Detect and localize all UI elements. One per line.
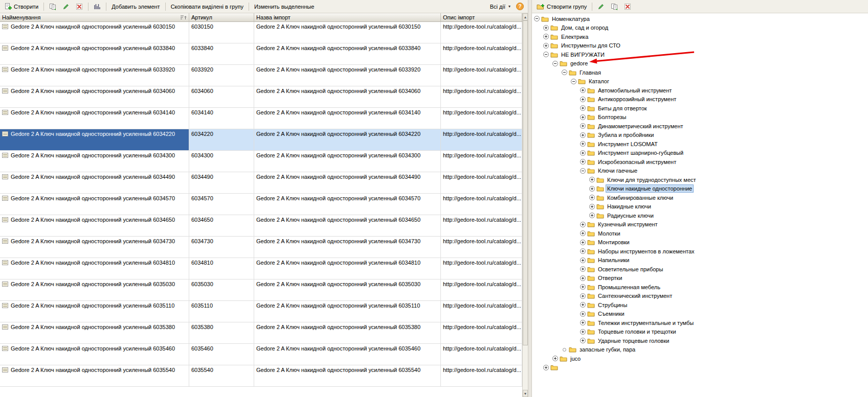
column-header-name[interactable]: Найменування (0, 13, 189, 21)
tree-item[interactable]: Зубила и пробойники (532, 131, 868, 140)
tree-item[interactable]: Наборы инструментов в ложементах (532, 247, 868, 256)
edit-group-button[interactable] (595, 2, 607, 11)
tree-item[interactable]: Струбцины (532, 300, 868, 310)
tree-expander-icon[interactable] (580, 132, 586, 138)
table-row[interactable]: Gedore 2 A Ключ накидной односторонний у… (0, 215, 522, 237)
tree-expander-icon[interactable] (580, 168, 586, 174)
tree-item[interactable]: Сантехнический инструмент (532, 292, 868, 301)
tree-expander-icon[interactable] (543, 25, 549, 31)
create-group-button[interactable]: Створити групу (534, 2, 589, 11)
tree-expander-icon[interactable] (580, 329, 586, 335)
delete-button[interactable] (73, 2, 85, 11)
tree-expander-icon[interactable] (580, 87, 586, 93)
tree-item[interactable]: Главная (532, 68, 868, 77)
scroll-down-button[interactable]: ▼ (523, 390, 528, 397)
tree-item[interactable]: Биты для отверток (532, 104, 868, 113)
tree-expander-icon[interactable] (580, 266, 586, 272)
tree-item[interactable]: Искробезопасный инструмент (532, 157, 868, 167)
tree-expander-icon[interactable] (543, 365, 549, 370)
all-actions-button[interactable]: Всі дії ▾ (487, 3, 513, 11)
tree-expander-icon[interactable] (589, 204, 595, 209)
scrollbar-track[interactable] (523, 20, 528, 390)
tree-item[interactable] (532, 363, 868, 372)
tree-expander-icon[interactable] (589, 213, 595, 218)
tree-item[interactable]: Ударные торцевые головки (532, 336, 868, 345)
scroll-up-button[interactable]: ▲ (523, 13, 528, 20)
table-row[interactable]: Gedore 2 A Ключ накидной односторонний у… (0, 43, 522, 65)
tree-expander-icon[interactable] (589, 186, 595, 192)
tree-item[interactable]: Монтировки (532, 238, 868, 247)
delete-group-button[interactable] (621, 2, 634, 11)
tree-expander-icon[interactable] (580, 230, 586, 236)
tree-item[interactable]: Молотки (532, 229, 868, 238)
tree-expander-icon[interactable] (589, 177, 595, 182)
copy-button[interactable] (47, 2, 59, 11)
tree-item[interactable]: Съемники (532, 310, 868, 319)
tree-item[interactable]: Каталог (532, 77, 868, 86)
table-row[interactable]: Gedore 2 A Ключ накидной односторонний у… (0, 172, 522, 194)
tree-expander-icon[interactable] (571, 79, 576, 84)
tree-expander-icon[interactable] (580, 302, 586, 308)
tree-expander-icon[interactable] (580, 293, 586, 299)
tree-expander-icon[interactable] (580, 240, 586, 245)
tree-item[interactable]: Динамометрический инструмент (532, 122, 868, 131)
table-row[interactable]: Gedore 2 A Ключ накидной односторонний у… (0, 194, 522, 215)
tree-expander-icon[interactable] (580, 105, 586, 111)
table-row[interactable]: Gedore 2 A Ключ накидной односторонний у… (0, 129, 522, 151)
set-interval-button[interactable] (91, 2, 103, 11)
tree-expander-icon[interactable] (543, 34, 549, 39)
table-row[interactable]: Gedore 2 A Ключ накидной односторонний у… (0, 65, 522, 86)
tree-item[interactable]: запасные губки, пара (532, 345, 868, 355)
table-row[interactable]: Gedore 2 A Ключ накидной односторонний у… (0, 108, 522, 129)
tree-expander-icon[interactable] (580, 141, 586, 147)
edit-button[interactable] (60, 2, 72, 11)
add-element-button[interactable]: Добавить элемент (109, 3, 162, 11)
tree-item[interactable]: gedore (532, 59, 868, 68)
tree-expander-icon[interactable] (563, 348, 566, 352)
tree-item[interactable]: juco (532, 354, 868, 363)
tree-item[interactable]: Комбинированные ключи (532, 193, 868, 202)
tree-expander-icon[interactable] (580, 97, 586, 102)
tree-expander-icon[interactable] (580, 222, 586, 227)
tree-expander-icon[interactable] (552, 356, 558, 361)
tree-item[interactable]: Болторезы (532, 113, 868, 122)
tree-expander-icon[interactable] (580, 320, 586, 325)
tree-expander-icon[interactable] (589, 195, 595, 200)
create-button[interactable]: Створити (2, 2, 41, 11)
tree-expander-icon[interactable] (580, 275, 586, 281)
table-row[interactable]: Gedore 2 A Ключ накидной односторонний у… (0, 279, 522, 301)
tree-expander-icon[interactable] (543, 52, 549, 57)
table-row[interactable]: Gedore 2 A Ключ накидной односторонний у… (0, 86, 522, 108)
tree-item[interactable]: Напильники (532, 256, 868, 265)
tree-expander-icon[interactable] (543, 43, 549, 49)
table-row[interactable]: Gedore 2 A Ключ накидной односторонний у… (0, 365, 522, 387)
tree-item[interactable]: Ключи для труднодоступных мест (532, 175, 868, 184)
tree-item[interactable]: Торцевые головки и трещотки (532, 328, 868, 337)
tree-item[interactable]: Автомобильный инструмент (532, 86, 868, 95)
tree-item[interactable]: Антикоррозийный инструмент (532, 95, 868, 104)
copy-selected-to-group-button[interactable]: Скопіювати виділені в групу (168, 3, 246, 11)
table-row[interactable]: Gedore 2 A Ключ накидной односторонний у… (0, 258, 522, 279)
tree-expander-icon[interactable] (562, 69, 567, 75)
tree-item[interactable]: НЕ ВИГРУЖАТИ (532, 50, 868, 59)
tree-item[interactable]: Номенклатура (532, 14, 868, 24)
tree-expander-icon[interactable] (580, 284, 586, 290)
tree-item[interactable]: Отвертки (532, 274, 868, 283)
table-row[interactable]: Gedore 2 A Ключ накидной односторонний у… (0, 344, 522, 365)
tree-item[interactable]: Осветительные приборы (532, 265, 868, 274)
table-scrollbar[interactable]: ▲ ▼ (522, 13, 528, 397)
table-row[interactable]: Gedore 2 A Ключ накидной односторонний у… (0, 301, 522, 322)
table-row[interactable]: Gedore 2 A Ключ накидной односторонний у… (0, 322, 522, 344)
pane-splitter[interactable] (528, 0, 532, 397)
column-header-article[interactable]: Артикул (189, 13, 254, 21)
tree-expander-icon[interactable] (580, 123, 586, 129)
tree-item[interactable]: Дом, сад и огород (532, 24, 868, 33)
tree-expander-icon[interactable] (580, 248, 586, 254)
tree-item[interactable]: Инструмент шарнирно-губцевый (532, 149, 868, 158)
tree-item[interactable]: Промышленная мебель (532, 283, 868, 292)
tree-item[interactable]: Кузнечный инструмент (532, 220, 868, 229)
tree-item[interactable]: Радиусные ключи (532, 211, 868, 220)
copy-group-button[interactable] (608, 2, 620, 11)
tree-expander-icon[interactable] (580, 258, 586, 263)
tree-item[interactable]: Ключи гаечные (532, 167, 868, 176)
